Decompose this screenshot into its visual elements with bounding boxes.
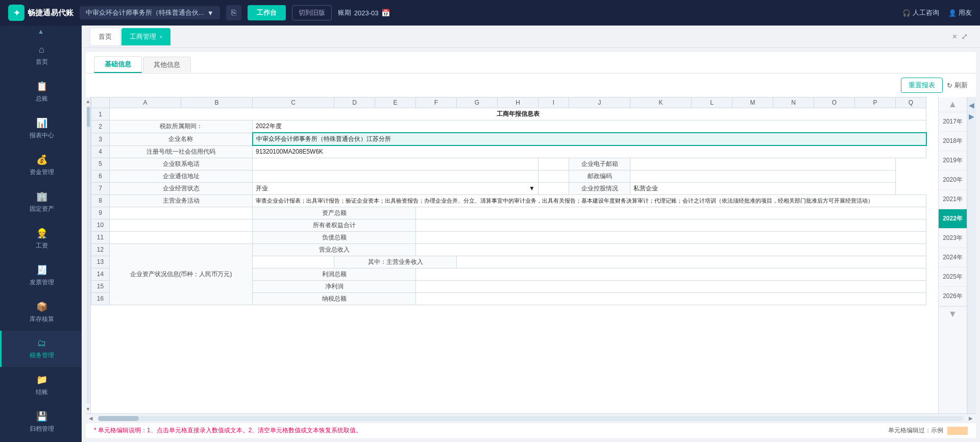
sidebar-item-report[interactable]: 📊 报表中心: [0, 110, 82, 147]
col-Q[interactable]: Q: [896, 97, 926, 108]
sidebar-item-close[interactable]: 📁 结账: [0, 367, 82, 404]
col-N[interactable]: N: [773, 97, 814, 108]
sidebar-item-fund[interactable]: 💰 资金管理: [0, 147, 82, 184]
support-link[interactable]: 🎧 人工咨询: [902, 8, 939, 17]
year-2020[interactable]: 2020年: [939, 170, 967, 190]
cell-5-k[interactable]: [630, 158, 896, 170]
year-2026[interactable]: 2026年: [939, 287, 967, 306]
col-P[interactable]: P: [855, 97, 896, 108]
col-A[interactable]: A: [110, 97, 181, 108]
cell-7-ab[interactable]: 企业经营状态: [110, 182, 253, 194]
cell-7-j[interactable]: 企业控股情况: [569, 182, 630, 194]
cell-11-val[interactable]: [416, 231, 926, 243]
h-scroll-left[interactable]: ◀: [86, 415, 96, 421]
tab-business[interactable]: 工商管理 ×: [121, 28, 170, 45]
sidebar-item-home[interactable]: ⌂ 首页: [0, 37, 82, 73]
horizontal-scrollbar[interactable]: ◀ ▶: [86, 413, 976, 423]
year-2017[interactable]: 2017年: [939, 112, 967, 132]
user-menu[interactable]: 👤 用友: [948, 8, 972, 17]
cell-2-c[interactable]: 2022年度: [253, 120, 926, 133]
cell-4-ab[interactable]: 注册号/统一社会信用代码: [110, 145, 253, 158]
cell-15-val[interactable]: [416, 280, 926, 292]
sidebar-item-asset[interactable]: 🏢 固定资产: [0, 184, 82, 220]
cell-12-c[interactable]: 营业总收入: [253, 243, 416, 256]
cell-3-c[interactable]: 中审众环会计师事务所（特殊普通合伙）江苏分所: [253, 133, 926, 145]
cell-2-ab[interactable]: 税款所属期间：: [110, 120, 253, 133]
company-dropdown-icon[interactable]: ▼: [207, 9, 214, 17]
year-up-arrow[interactable]: ▲: [948, 99, 958, 110]
cell-9-c[interactable]: 资产总额: [253, 207, 416, 219]
refresh-button[interactable]: ↻ 刷新: [947, 81, 968, 90]
workspace-button[interactable]: 工作台: [248, 5, 286, 20]
scroll-up-arrow[interactable]: ▲: [86, 97, 90, 106]
collapse-icon[interactable]: ◀: [969, 101, 974, 109]
col-K[interactable]: K: [630, 97, 692, 108]
cell-10-c[interactable]: 所有者权益合计: [253, 219, 416, 231]
switch-version-button[interactable]: 切到旧版: [292, 5, 332, 20]
col-O[interactable]: O: [814, 97, 855, 108]
dropdown-status[interactable]: 开业▼: [256, 184, 535, 193]
scroll-down-arrow[interactable]: ▼: [86, 405, 90, 413]
cell-9-val[interactable]: [416, 207, 926, 219]
col-B[interactable]: B: [181, 97, 253, 108]
calendar-icon[interactable]: 📅: [381, 9, 390, 17]
cell-10-val[interactable]: [416, 219, 926, 231]
sidebar-item-archive[interactable]: 💾 归档管理: [0, 404, 82, 440]
company-selector[interactable]: 中审众环会计师事务所（特殊普通合伙... ▼: [80, 6, 220, 19]
sidebar-item-tax[interactable]: 🗂 税务管理: [0, 331, 82, 367]
year-2019[interactable]: 2019年: [939, 151, 967, 170]
expand-pane-button[interactable]: ⤢: [961, 32, 968, 41]
sidebar-item-invoice[interactable]: 🧾 发票管理: [0, 257, 82, 294]
sidebar-item-ledger[interactable]: 📋 总账: [0, 73, 82, 110]
col-D[interactable]: D: [334, 97, 375, 108]
cell-14-val[interactable]: [416, 268, 926, 280]
tab-home[interactable]: 首页: [90, 28, 120, 46]
cell-7-k[interactable]: 私营企业: [630, 182, 896, 194]
col-C[interactable]: C: [253, 97, 334, 108]
close-pane-button[interactable]: ×: [952, 32, 957, 41]
cell-13-val[interactable]: [457, 256, 926, 268]
sub-tab-basic[interactable]: 基础信息: [94, 56, 142, 73]
cell-15-c[interactable]: 净利润: [253, 280, 416, 292]
cell-16-val[interactable]: [416, 292, 926, 305]
h-scroll-right[interactable]: ▶: [966, 415, 976, 421]
year-2025[interactable]: 2025年: [939, 267, 967, 287]
tab-close-icon[interactable]: ×: [159, 34, 162, 40]
sub-tab-other[interactable]: 其他信息: [143, 57, 191, 72]
cell-14-c[interactable]: 利润总额: [253, 268, 416, 280]
cell-6-ab[interactable]: 企业通信地址: [110, 170, 253, 182]
cell-5-j[interactable]: 企业电子邮箱: [569, 158, 630, 170]
cell-7-c[interactable]: 开业▼: [253, 182, 538, 194]
cell-title[interactable]: 工商年报信息表: [110, 108, 926, 120]
year-2022[interactable]: 2022年: [939, 209, 967, 229]
col-E[interactable]: E: [375, 97, 416, 108]
col-G[interactable]: G: [457, 97, 498, 108]
cell-11-c[interactable]: 负债总额: [253, 231, 416, 243]
cell-12-val[interactable]: [416, 243, 926, 256]
cell-3-ab[interactable]: 企业名称: [110, 133, 253, 145]
year-2018[interactable]: 2018年: [939, 132, 967, 151]
cell-6-c[interactable]: [253, 170, 538, 182]
col-F[interactable]: F: [416, 97, 457, 108]
cell-4-c[interactable]: 91320100MA208E5W6K: [253, 145, 926, 158]
cell-5-c[interactable]: [253, 158, 538, 170]
vertical-scrollbar[interactable]: ▲ ▼: [86, 97, 91, 413]
side-panel-toggle[interactable]: ◀ ▶: [967, 97, 976, 413]
col-L[interactable]: L: [692, 97, 732, 108]
expand-icon[interactable]: ▶: [969, 112, 974, 120]
year-2023[interactable]: 2023年: [939, 229, 967, 248]
col-H[interactable]: H: [498, 97, 538, 108]
year-2024[interactable]: 2024年: [939, 248, 967, 267]
cell-8-c[interactable]: 审查企业会计报表；出具审计报告；验证企业资本；出具验资报告；办理企业合并、分立、…: [253, 194, 926, 207]
spreadsheet[interactable]: A B C D E F G H I J: [91, 97, 938, 413]
reset-report-button[interactable]: 重置报表: [901, 78, 943, 93]
sidebar-scroll-up[interactable]: ▲: [0, 26, 82, 37]
year-down-arrow[interactable]: ▼: [948, 309, 958, 320]
cell-16-c[interactable]: 纳税总额: [253, 292, 416, 305]
col-M[interactable]: M: [732, 97, 773, 108]
cell-8-ab[interactable]: 主营业务活动: [110, 194, 253, 207]
cell-6-k[interactable]: [630, 170, 896, 182]
sidebar-item-payroll[interactable]: 👷 工资: [0, 220, 82, 257]
cell-6-j[interactable]: 邮政编码: [569, 170, 630, 182]
col-J[interactable]: J: [569, 97, 630, 108]
